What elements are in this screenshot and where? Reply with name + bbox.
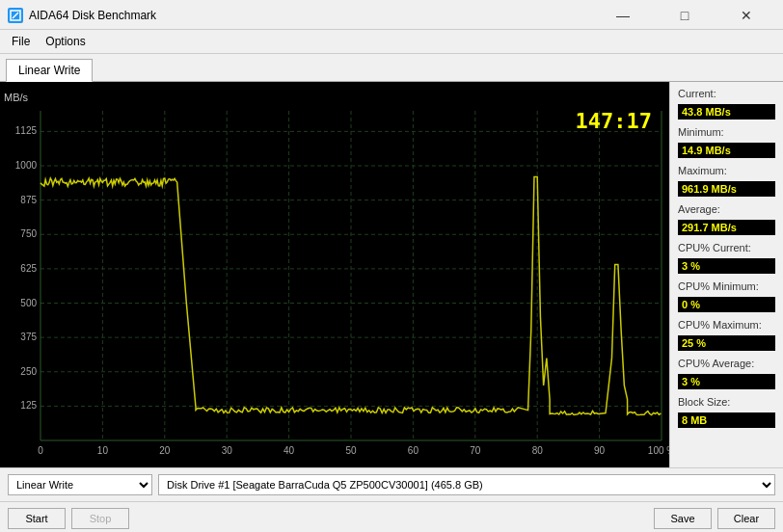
block-size-value: 8 MB — [678, 412, 775, 428]
save-button[interactable]: Save — [654, 508, 712, 529]
current-value: 43.8 MB/s — [678, 104, 775, 120]
benchmark-chart — [0, 82, 669, 467]
maximum-label: Maximum: — [678, 165, 775, 176]
cpu-maximum-label: CPU% Maximum: — [678, 319, 775, 331]
tab-bar: Linear Write — [0, 54, 783, 82]
start-button[interactable]: Start — [8, 508, 66, 529]
minimize-button[interactable]: — — [594, 6, 652, 25]
cpu-average-value: 3 % — [678, 374, 775, 389]
app-icon — [8, 8, 23, 23]
drive-select[interactable]: Disk Drive #1 [Seagate BarraCuda Q5 ZP50… — [158, 474, 775, 495]
cpu-minimum-label: CPU% Minimum: — [678, 280, 775, 292]
clear-button[interactable]: Clear — [717, 508, 775, 529]
test-select[interactable]: Linear Write Linear Read Random Write Ra… — [8, 474, 152, 495]
tab-linear-write[interactable]: Linear Write — [6, 59, 93, 82]
window-title: AIDA64 Disk Benchmark — [29, 9, 156, 22]
cpu-minimum-value: 0 % — [678, 297, 775, 312]
window-controls: — □ ✕ — [594, 6, 775, 25]
minimum-label: Minimum: — [678, 126, 775, 138]
cpu-maximum-value: 25 % — [678, 335, 775, 351]
maximum-value: 961.9 MB/s — [678, 181, 775, 197]
cpu-average-label: CPU% Average: — [678, 358, 775, 369]
title-bar: AIDA64 Disk Benchmark — □ ✕ — [0, 0, 783, 30]
menu-file[interactable]: File — [4, 32, 38, 51]
menu-bar: File Options — [0, 30, 783, 54]
minimum-value: 14.9 MB/s — [678, 143, 775, 158]
average-label: Average: — [678, 203, 775, 215]
block-size-label: Block Size: — [678, 396, 775, 408]
main-content: MB/s 147:17 Current: 43.8 MB/s Minimum: … — [0, 82, 783, 467]
average-value: 291.7 MB/s — [678, 220, 775, 235]
menu-options[interactable]: Options — [38, 32, 93, 51]
bottom-controls: Linear Write Linear Read Random Write Ra… — [0, 467, 783, 532]
current-label: Current: — [678, 88, 775, 99]
cpu-current-label: CPU% Current: — [678, 242, 775, 253]
right-panel: Current: 43.8 MB/s Minimum: 14.9 MB/s Ma… — [669, 82, 783, 467]
controls-row2: Start Stop Save Clear — [0, 502, 783, 532]
controls-row1: Linear Write Linear Read Random Write Ra… — [0, 468, 783, 502]
cpu-current-value: 3 % — [678, 258, 775, 274]
close-button[interactable]: ✕ — [717, 6, 775, 25]
chart-area: MB/s 147:17 — [0, 82, 669, 467]
maximize-button[interactable]: □ — [656, 6, 714, 25]
svg-line-1 — [13, 13, 18, 18]
stop-button[interactable]: Stop — [71, 508, 129, 529]
